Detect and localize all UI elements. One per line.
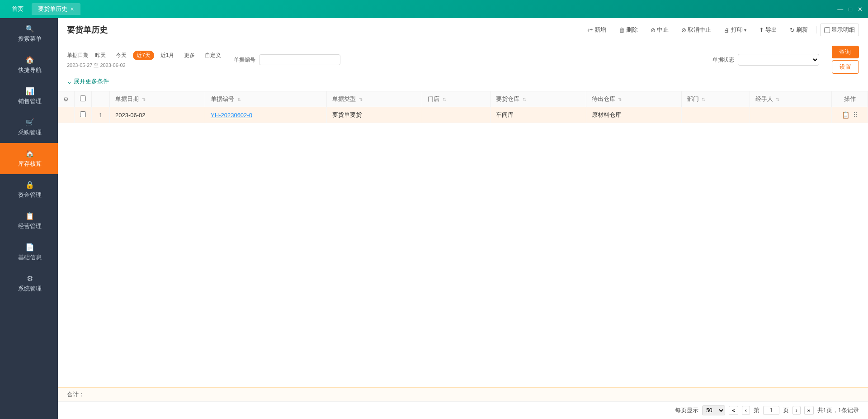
minimize-icon[interactable]: —: [837, 6, 843, 13]
delete-button[interactable]: 🗑 删除: [614, 24, 642, 36]
query-button[interactable]: 查询: [832, 46, 859, 58]
clipboard-icon: 📋: [25, 212, 34, 220]
date-sort-icon: ⇅: [142, 97, 146, 102]
sidebar-item-purchase[interactable]: 🛒 采购管理: [0, 112, 58, 143]
new-button[interactable]: + + 新增: [582, 24, 611, 36]
first-page-button[interactable]: «: [729, 406, 738, 415]
window-controls: — □ ✕: [837, 6, 863, 13]
cart-icon: 🛒: [25, 118, 34, 127]
edit-icon[interactable]: 📋: [842, 111, 849, 119]
row-checkbox[interactable]: [80, 111, 86, 117]
sidebar-item-operations[interactable]: 📋 经营管理: [0, 205, 58, 237]
page-header: 要货单历史 + + 新增 🗑 删除 ⊘ 中止 ⊘ 取消中止: [58, 18, 868, 40]
delete-icon: 🗑: [619, 27, 625, 33]
req-warehouse-col-header[interactable]: 要货仓库 ⇅: [491, 91, 586, 107]
sidebar-operations-label: 经营管理: [18, 222, 42, 230]
print-button[interactable]: 🖨 打印 ▾: [719, 24, 751, 36]
export-button[interactable]: ⬆ 导出: [755, 24, 782, 36]
page-label: 第: [754, 406, 760, 414]
tab-requisition-history[interactable]: 要货单历史 ✕: [32, 3, 80, 15]
export-icon: ⬆: [759, 27, 764, 33]
sidebar-item-search[interactable]: 🔍 搜索菜单: [0, 18, 58, 49]
top-bar: 首页 要货单历史 ✕ — □ ✕: [0, 0, 868, 18]
tab-home[interactable]: 首页: [5, 3, 30, 15]
department-col-header[interactable]: 部门 ⇅: [681, 91, 750, 107]
date-filter-label: 单据日期: [67, 52, 89, 59]
lock-icon: 🔒: [25, 181, 34, 189]
sidebar-purchase-label: 采购管理: [18, 129, 42, 137]
date-custom[interactable]: 自定义: [201, 51, 225, 60]
table-header-row: ⚙ 单据日期 ⇅ 单据编号 ⇅: [58, 91, 868, 107]
select-all-checkbox[interactable]: [80, 95, 86, 101]
total-info: 共1页，1条记录: [817, 406, 859, 414]
date-7days[interactable]: 近7天: [133, 51, 154, 60]
refresh-icon: ↻: [790, 27, 795, 33]
date-1month[interactable]: 近1月: [157, 51, 178, 60]
settings-col-header[interactable]: ⚙: [58, 91, 75, 107]
status-label: 单据状态: [712, 56, 734, 64]
sidebar-item-quicknav[interactable]: 🏠 快捷导航: [0, 49, 58, 81]
page-input[interactable]: [763, 406, 779, 415]
bill-no-input[interactable]: [259, 54, 340, 65]
date-range-display: 2023-05-27 至 2023-06-02: [67, 62, 225, 69]
sidebar-finance-label: 资金管理: [18, 191, 42, 199]
maximize-icon[interactable]: □: [849, 6, 852, 13]
date-more[interactable]: 更多: [180, 51, 198, 60]
cancel-stop-icon: ⊘: [681, 27, 686, 33]
refresh-button[interactable]: ↻ 刷新: [785, 24, 812, 36]
bill-no-link[interactable]: YH-20230602-0: [211, 112, 252, 119]
settings-button[interactable]: 设置: [832, 60, 859, 74]
row-department-cell: [681, 107, 750, 123]
next-page-button[interactable]: ›: [793, 406, 801, 415]
billtype-col-header[interactable]: 单据类型 ⇅: [327, 91, 422, 107]
close-icon[interactable]: ✕: [858, 6, 863, 13]
bill-no-filter-group: 单据编号: [234, 54, 340, 65]
table-row[interactable]: 1 2023-06-02 YH-20230602-0 要货单要货 车间库 原材料…: [58, 107, 868, 123]
chart-icon: 📊: [25, 87, 34, 95]
sidebar-item-finance[interactable]: 🔒 资金管理: [0, 174, 58, 205]
page-size-label: 每页显示: [675, 406, 698, 414]
date-yesterday[interactable]: 昨天: [91, 51, 109, 60]
expand-more-button[interactable]: ⌄ 展开更多条件: [67, 77, 859, 86]
sidebar: 🔍 搜索菜单 🏠 快捷导航 📊 销售管理 🛒 采购管理 🏠 库存核算 🔒 资金管…: [0, 18, 58, 419]
sidebar-item-sales[interactable]: 📊 销售管理: [0, 81, 58, 112]
more-icon[interactable]: ⠿: [853, 111, 858, 119]
sidebar-item-system[interactable]: ⚙ 系统管理: [0, 268, 58, 299]
page-size-select[interactable]: 50 100 200: [702, 405, 725, 415]
requisition-table: ⚙ 单据日期 ⇅ 单据编号 ⇅: [58, 91, 868, 123]
dept-sort-icon: ⇅: [702, 97, 705, 102]
page-end-label: 页: [783, 406, 789, 414]
row-date-cell: 2023-06-02: [110, 107, 205, 123]
stop-button[interactable]: ⊘ 中止: [646, 24, 673, 36]
tab-close-icon[interactable]: ✕: [70, 6, 74, 12]
footer-label: 合计：: [67, 391, 85, 398]
row-gear-cell: [58, 107, 75, 123]
row-checkbox-cell: [75, 107, 92, 123]
handler-col-header[interactable]: 经手人 ⇅: [750, 91, 831, 107]
display-cell-button[interactable]: 显示明细: [820, 24, 859, 36]
store-sort-icon: ⇅: [443, 97, 446, 102]
display-cell-checkbox[interactable]: [824, 27, 830, 33]
doc-icon: 📄: [25, 243, 34, 252]
last-page-button[interactable]: »: [804, 406, 814, 415]
sidebar-inventory-label: 库存核算: [18, 160, 42, 168]
sidebar-item-inventory[interactable]: 🏠 库存核算: [0, 143, 58, 174]
tab-home-label: 首页: [12, 5, 24, 13]
sidebar-item-basic[interactable]: 📄 基础信息: [0, 237, 58, 268]
page-title: 要货单历史: [67, 24, 108, 35]
row-billno-cell[interactable]: YH-20230602-0: [205, 107, 327, 123]
prev-page-button[interactable]: ‹: [742, 406, 750, 415]
store-col-header[interactable]: 门店 ⇅: [422, 91, 491, 107]
row-pending-warehouse-cell: 原材料仓库: [586, 107, 681, 123]
date-today[interactable]: 今天: [112, 51, 130, 60]
row-req-warehouse-cell: 车间库: [491, 107, 586, 123]
status-select[interactable]: [738, 54, 819, 66]
content-area: 要货单历史 + + 新增 🗑 删除 ⊘ 中止 ⊘ 取消中止: [58, 18, 868, 419]
billno-col-header[interactable]: 单据编号 ⇅: [205, 91, 327, 107]
tab-requisition-label: 要货单历史: [38, 5, 67, 13]
date-col-header[interactable]: 单据日期 ⇅: [110, 91, 205, 107]
pending-warehouse-col-header[interactable]: 待出仓库 ⇅: [586, 91, 681, 107]
search-icon: 🔍: [25, 24, 34, 33]
sidebar-sales-label: 销售管理: [18, 97, 42, 105]
cancel-stop-button[interactable]: ⊘ 取消中止: [677, 24, 716, 36]
